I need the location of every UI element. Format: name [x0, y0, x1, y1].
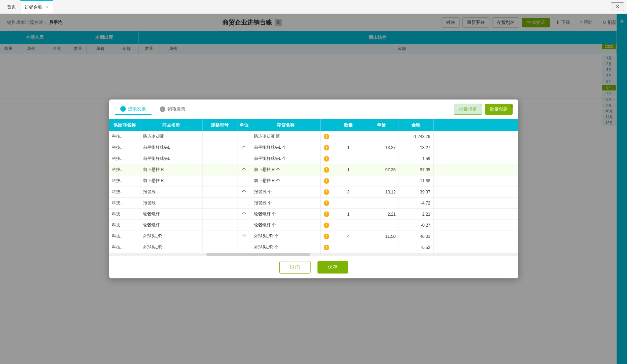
table-row[interactable]: 科技...外球头L/R个外球头L/R 个!411.5046.01 [109, 231, 518, 242]
table-cell [237, 198, 251, 208]
table-cell [237, 220, 251, 231]
table-cell: 前下悬挂 R [140, 164, 203, 175]
table-cell: -4.72 [399, 198, 434, 208]
modal-close-button[interactable]: × [510, 103, 514, 110]
col-header-product-name: 商品名称 [140, 119, 203, 131]
table-cell [364, 198, 399, 208]
table-cell: 科技... [109, 198, 140, 208]
table-cell: 13.27 [364, 142, 399, 153]
horizontal-scrollbar[interactable] [109, 253, 518, 256]
table-row[interactable]: 科技...前平衡杆球头L个前平衡杆球头L 个!113.2713.27 [109, 142, 518, 153]
horizontal-scrollbar-thumb[interactable] [206, 253, 310, 256]
table-cell: ! [321, 131, 333, 142]
table-cell [203, 220, 237, 231]
table-cell: 个 [237, 231, 251, 242]
table-cell [203, 142, 237, 153]
table-cell: -1,243.76 [399, 131, 434, 142]
modal-header-actions: 批量指定 批量创建 [454, 104, 513, 115]
tab-close-icon[interactable]: × [46, 5, 49, 10]
table-cell: 科技... [109, 242, 140, 253]
warning-icon: ! [324, 167, 329, 173]
table-row[interactable]: 科技...前下悬挂 R个前下悬挂 R 个!197.3597.35 [109, 164, 518, 175]
table-cell: 科技... [109, 231, 140, 242]
warning-icon: ! [324, 223, 329, 228]
modal-dialog: ↓ 进项发票 ↑ 销项发票 批量指定 批量创建 × [109, 99, 518, 278]
table-cell: 11.50 [364, 231, 399, 242]
table-cell: ! [321, 209, 333, 219]
table-cell: ! [321, 231, 333, 242]
table-cell: 防冻冷却液 [140, 131, 203, 142]
table-cell: 科技... [109, 220, 140, 231]
window-close-button[interactable]: × [611, 2, 624, 11]
table-cell: 轮毂螺杆 个 [251, 220, 321, 231]
table-cell [237, 242, 251, 253]
cancel-button[interactable]: 取消 [279, 261, 311, 274]
table-cell: 轮毂螺杆 [140, 220, 203, 231]
table-cell: 前下悬挂 R 个 [251, 164, 321, 175]
table-cell: 前下悬挂 R 个 [251, 175, 321, 186]
table-cell: 科技... [109, 175, 140, 186]
table-cell [364, 242, 399, 253]
table-cell [364, 175, 399, 186]
table-cell: 前平衡杆球头L [140, 153, 203, 164]
table-cell [333, 220, 364, 231]
table-cell [237, 175, 251, 186]
home-tab[interactable]: 首页 [3, 0, 20, 14]
col-header-amount: 金额 [399, 119, 434, 131]
tab-inbound-invoice[interactable]: ↓ 进项发票 [115, 104, 151, 115]
warning-icon: ! [324, 245, 329, 250]
tab-out-icon: ↑ [160, 106, 165, 112]
table-cell: 报警线 [140, 198, 203, 208]
table-row[interactable]: 科技...轮毂螺杆轮毂螺杆 个!-0.27 [109, 220, 518, 231]
modal-header: ↓ 进项发票 ↑ 销项发票 批量指定 批量创建 × [109, 99, 518, 119]
table-cell: -5.52 [399, 242, 434, 253]
table-cell: 1 [333, 209, 364, 219]
table-cell: 科技... [109, 164, 140, 175]
table-cell: 97.35 [364, 164, 399, 175]
table-cell: 报警线 [140, 187, 203, 197]
warning-icon: ! [324, 156, 329, 162]
table-row[interactable]: 科技...报警线报警线 个!-4.72 [109, 198, 518, 209]
table-cell: 1 [333, 164, 364, 175]
table-cell: 科技... [109, 187, 140, 197]
tab-label: 进销台账 [25, 4, 43, 10]
table-cell: ! [321, 142, 333, 153]
save-button[interactable]: 保存 [317, 261, 348, 274]
modal-overlay: ↓ 进项发票 ↑ 销项发票 批量指定 批量创建 × [0, 14, 627, 364]
table-row[interactable]: 科技...防冻冷却液防冻冷却液 瓶!-1,243.76 [109, 131, 518, 142]
table-cell: 前平衡杆球头L 个 [251, 142, 321, 153]
modal-table: 供应商名称 商品名称 规格型号 单位 存货名称 数量 单价 金额 科技...防冻… [109, 119, 518, 256]
table-cell [333, 175, 364, 186]
table-cell: 97.35 [399, 164, 434, 175]
tab-outbound-invoice[interactable]: ↑ 销项发票 [154, 104, 191, 114]
table-cell [203, 231, 237, 242]
table-cell [203, 242, 237, 253]
table-cell: 前平衡杆球头L [140, 142, 203, 153]
table-cell: 个 [237, 209, 251, 219]
table-cell [203, 198, 237, 208]
table-row[interactable]: 科技...轮毂螺杆个轮毂螺杆 个!12.212.21 [109, 209, 518, 220]
table-cell [333, 198, 364, 208]
table-cell: 3 [333, 187, 364, 197]
table-cell: 13.12 [364, 187, 399, 197]
table-cell: ! [321, 198, 333, 208]
batch-create-button[interactable]: 批量创建 [485, 104, 513, 115]
table-row[interactable]: 科技...报警线个报警线 个!313.1239.37 [109, 187, 518, 198]
account-tab[interactable]: 进销台账 × [20, 0, 53, 14]
table-cell: -0.27 [399, 220, 434, 231]
table-cell: 39.37 [399, 187, 434, 197]
home-label: 首页 [7, 4, 16, 10]
table-cell: 轮毂螺杆 [140, 209, 203, 219]
table-cell: ! [321, 175, 333, 186]
main-content: 销售成本计算方法： 月平均 商贸企业进销台账 目 对账 重新开账 存货别名 生成… [0, 14, 627, 364]
table-cell: 个 [237, 142, 251, 153]
table-row[interactable]: 科技...前平衡杆球头L前平衡杆球头L 个!-1.59 [109, 153, 518, 164]
table-row[interactable]: 科技...前下悬挂 R前下悬挂 R 个!-11.68 [109, 175, 518, 187]
col-header-warn [321, 119, 333, 131]
table-cell [333, 242, 364, 253]
table-cell: 外球头L/R [140, 231, 203, 242]
table-cell: 科技... [109, 142, 140, 153]
batch-assign-button[interactable]: 批量指定 [454, 104, 482, 115]
table-cell: ! [321, 220, 333, 231]
table-row[interactable]: 科技...外球头L/R外球头L/R 个!-5.52 [109, 242, 518, 253]
